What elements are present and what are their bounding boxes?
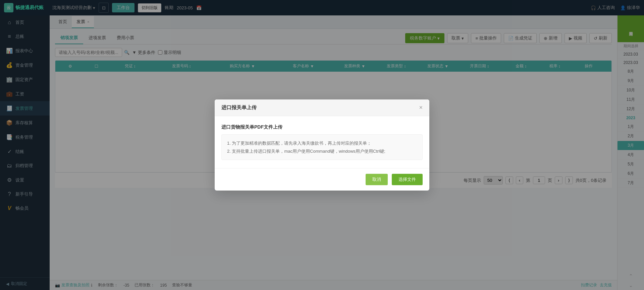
import-modal: 进口报关单上传 × 进口货物报关单PDF文件上传 1. 为了更加精准的数据匹配，… — [215, 99, 429, 191]
modal-upload-title: 进口货物报关单PDF文件上传 — [221, 124, 423, 130]
modal-close-btn[interactable]: × — [419, 104, 423, 111]
modal-overlay[interactable]: 进口报关单上传 × 进口货物报关单PDF文件上传 1. 为了更加精准的数据匹配，… — [0, 0, 644, 290]
modal-body: 进口货物报关单PDF文件上传 1. 为了更加精准的数据匹配，请先录入海关缴款书，… — [215, 116, 429, 168]
modal-title: 进口报关单上传 — [221, 104, 257, 111]
modal-info-line1: 1. 为了更加精准的数据匹配，请先录入海关缴款书，再上传对应的报关单； — [227, 139, 417, 147]
modal-footer: 取消 选择文件 — [215, 168, 429, 191]
modal-info-line2: 2. 支持批量上传进口报关单，mac用户使用Command键，windows用户… — [227, 147, 417, 155]
modal-header: 进口报关单上传 × — [215, 99, 429, 116]
modal-select-file-btn[interactable]: 选择文件 — [392, 174, 423, 185]
modal-info-box: 1. 为了更加精准的数据匹配，请先录入海关缴款书，再上传对应的报关单； 2. 支… — [221, 134, 423, 160]
modal-cancel-btn[interactable]: 取消 — [366, 174, 388, 185]
